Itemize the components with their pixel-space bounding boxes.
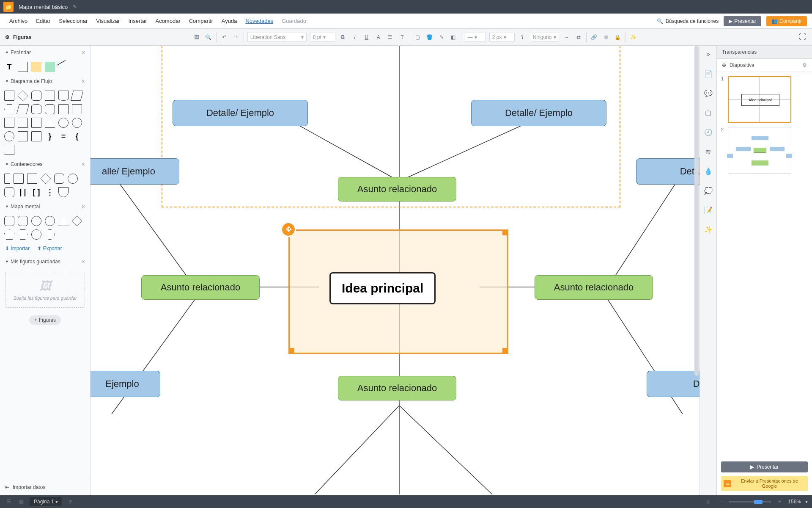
shape-h[interactable] xyxy=(4,145,14,155)
menu-novedades[interactable]: Novedades xyxy=(241,18,277,24)
shape-terminator[interactable] xyxy=(31,91,41,101)
add-figures-button[interactable]: + Figuras xyxy=(29,315,61,325)
node-asunto-top[interactable]: Asunto relacionado xyxy=(338,177,456,202)
page-tab[interactable]: Página 1 ▾ xyxy=(30,497,62,506)
text-options-button[interactable]: T xyxy=(398,33,406,41)
node-detail-top-right[interactable]: Detalle/ Ejemplo xyxy=(471,100,606,126)
import-data-button[interactable]: ⇤Importar datos xyxy=(0,479,90,495)
close-icon[interactable]: × xyxy=(82,203,85,210)
lock-button[interactable]: ⬢ xyxy=(602,33,610,41)
shape-g[interactable] xyxy=(31,131,41,141)
close-icon[interactable]: × xyxy=(82,258,85,265)
node-detail-left-clip[interactable]: alle/ Ejemplo xyxy=(91,158,179,185)
section-flujo[interactable]: ▼Diagrama de Flujo× xyxy=(0,75,90,88)
line-style-dropdown[interactable]: —▾ xyxy=(465,33,486,42)
shape-pent[interactable] xyxy=(4,229,14,240)
line-curve-button[interactable]: ⤵ xyxy=(518,33,527,41)
shape-arrow[interactable] xyxy=(57,60,71,74)
menu-visualizar[interactable]: Visualizar xyxy=(92,18,124,24)
google-slides-button[interactable]: ▭Enviar a Presentaciones de Google xyxy=(721,476,808,491)
orientation-icon[interactable]: ◎ xyxy=(703,497,712,506)
shape-cont6[interactable] xyxy=(68,174,78,184)
magic-button[interactable]: ✨ xyxy=(629,33,638,41)
slide-thumb-2[interactable] xyxy=(728,127,791,174)
undo-button[interactable]: ↶ xyxy=(220,33,228,41)
shape-display[interactable] xyxy=(45,104,55,114)
shape-note[interactable] xyxy=(31,62,41,72)
dock-expand-icon[interactable]: » xyxy=(702,48,714,60)
zoom-out-button[interactable]: − xyxy=(716,497,724,506)
shape-triangle[interactable] xyxy=(45,118,55,128)
shape-cont1[interactable] xyxy=(4,174,10,184)
search-functions[interactable]: 🔍Búsqueda de funciones xyxy=(657,18,719,24)
shape-circle[interactable] xyxy=(58,118,69,128)
import-link[interactable]: ⬇ Importar xyxy=(5,246,30,251)
fullscreen-button[interactable]: ⛶ xyxy=(798,33,807,41)
shape-cont8[interactable]: | | xyxy=(18,187,28,197)
shape-d[interactable] xyxy=(18,118,28,128)
node-asunto-right[interactable]: Asunto relacionado xyxy=(535,275,653,300)
shape-cont7[interactable] xyxy=(4,187,14,197)
menu-acomodar[interactable]: Acomodar xyxy=(151,18,184,24)
menu-compartir[interactable]: Compartir xyxy=(185,18,217,24)
shape-cont5[interactable] xyxy=(54,174,64,184)
zoom-slider[interactable] xyxy=(729,501,771,502)
shape-oct[interactable] xyxy=(31,229,41,240)
shape-e[interactable] xyxy=(31,118,41,128)
shape-data[interactable] xyxy=(71,91,83,101)
shape-mm1[interactable] xyxy=(4,216,14,226)
padlock-icon[interactable]: 🔒 xyxy=(614,33,622,41)
node-asunto-bottom[interactable]: Asunto relacionado xyxy=(338,376,456,400)
shape-brace[interactable]: } xyxy=(45,131,55,141)
search-icon[interactable]: 🔍 xyxy=(204,33,213,41)
shape-green[interactable] xyxy=(45,62,55,72)
shape-plus[interactable] xyxy=(45,229,55,240)
menu-archivo[interactable]: Archivo xyxy=(5,18,32,24)
gear-icon[interactable]: ⚙ xyxy=(802,62,807,68)
pencil-icon[interactable]: ✎ xyxy=(73,4,77,10)
dock-comment-icon[interactable]: 💭 xyxy=(702,185,714,196)
shape-hexagon[interactable] xyxy=(4,104,14,114)
fontsize-dropdown[interactable]: 8 pt▾ xyxy=(310,33,335,42)
line-width-dropdown[interactable]: 2 px▾ xyxy=(489,33,515,42)
shape-db[interactable] xyxy=(31,104,41,114)
node-detail-bottom-right-clip[interactable]: Detalle/ Ej xyxy=(647,371,700,397)
shape-cont11[interactable] xyxy=(58,187,69,197)
menu-ayuda[interactable]: Ayuda xyxy=(217,18,241,24)
shape-process[interactable] xyxy=(4,91,14,101)
redo-button[interactable]: ↷ xyxy=(232,33,240,41)
shape-c[interactable] xyxy=(4,118,14,128)
shape-mm2[interactable] xyxy=(18,216,28,226)
line-color-button[interactable]: ✎ xyxy=(437,33,446,41)
shape-tri[interactable] xyxy=(58,216,69,226)
arrow-start-button[interactable]: → xyxy=(562,33,571,41)
menu-insertar[interactable]: Insertar xyxy=(124,18,151,24)
bucket-icon[interactable]: 🪣 xyxy=(425,33,434,41)
menu-seleccionar[interactable]: Seleccionar xyxy=(55,18,92,24)
shape-io[interactable] xyxy=(16,104,29,114)
shape-cont4[interactable] xyxy=(40,173,51,184)
shape-predef[interactable] xyxy=(45,91,55,101)
image-icon[interactable]: 🖼 xyxy=(192,33,201,41)
node-detail-bottom-left-clip[interactable]: Ejemplo xyxy=(91,371,160,397)
section-guardadas[interactable]: ▼Mis figuras guardadas× xyxy=(0,255,90,268)
node-main-idea[interactable]: Idea principal xyxy=(329,272,436,304)
align-button[interactable]: ☰ xyxy=(386,33,395,41)
close-icon[interactable]: × xyxy=(82,78,85,85)
node-detail-right-clip[interactable]: Detalle/ Eje xyxy=(636,158,700,185)
shape-hex[interactable] xyxy=(18,229,28,240)
shape-cloud[interactable] xyxy=(31,216,41,226)
dock-clock-icon[interactable]: 🕘 xyxy=(702,126,714,138)
folder-icon[interactable]: 📁 xyxy=(3,2,14,12)
shape-document[interactable] xyxy=(58,91,69,101)
dock-notes-icon[interactable]: 📝 xyxy=(702,204,714,216)
dock-drop-icon[interactable]: 💧 xyxy=(702,165,714,177)
zoom-value[interactable]: 156% xyxy=(788,499,801,505)
share-button[interactable]: 👥Compartir xyxy=(766,16,807,26)
dock-layers-icon[interactable]: ≋ xyxy=(702,146,714,157)
dock-sparkle-icon[interactable]: ✨ xyxy=(702,224,714,235)
underline-button[interactable]: U xyxy=(362,33,371,41)
saved-dropzone[interactable]: 🖼 Suelta las figuras para guardar xyxy=(5,272,85,308)
list-view-icon[interactable]: ☰ xyxy=(4,497,13,506)
section-mapa[interactable]: ▼Mapa mental× xyxy=(0,200,90,213)
